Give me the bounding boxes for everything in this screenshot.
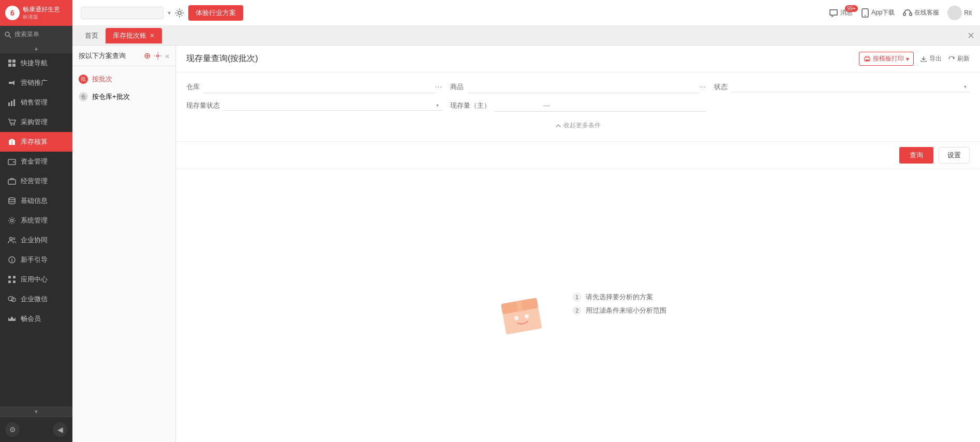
svg-rect-8 [13, 99, 15, 106]
online-service-btn[interactable]: 在线客服 [903, 8, 939, 18]
svg-rect-2 [8, 60, 11, 63]
tab-close-btn[interactable]: ✕ [150, 32, 155, 39]
app-logo: 6 [5, 6, 20, 20]
app-download-btn[interactable]: App下载 [861, 8, 895, 18]
briefcase-icon [7, 176, 17, 186]
query-btn[interactable]: 查询 [899, 147, 933, 164]
wechat-icon [7, 294, 17, 304]
svg-point-32 [157, 55, 159, 57]
scroll-up-btn[interactable]: ▲ [0, 43, 72, 53]
status-dropdown-arrow: ▾ [964, 84, 967, 90]
svg-line-1 [9, 36, 11, 38]
settings-config-btn[interactable]: 设置 [939, 147, 970, 164]
stock-status-dropdown[interactable]: ▾ [224, 100, 442, 111]
footer-settings-btn[interactable]: ⚙ [5, 422, 20, 437]
topbar-settings-icon[interactable] [175, 8, 184, 18]
sidebar-item-sales[interactable]: 销售管理 [0, 93, 72, 112]
sidebar-item-marketing[interactable]: 营销推广 [0, 73, 72, 93]
left-panel-collapse-btn[interactable]: « [165, 52, 169, 60]
scroll-down-btn[interactable]: ▼ [0, 406, 72, 417]
box-icon [7, 137, 17, 146]
sidebar-item-inventory[interactable]: 库存核算 [0, 132, 72, 152]
plan-item-by-batch[interactable]: 批 按批次 [72, 70, 175, 88]
online-service-label: 在线客服 [914, 8, 939, 17]
sidebar-item-business[interactable]: 经营管理 [0, 171, 72, 191]
plan-icon-active: 批 [79, 75, 88, 84]
topbar-right: 消息 99+ App下载 在线客服 Rit [829, 6, 972, 20]
page-header: 现存量查询(按批次) 按模板打印 ▾ [176, 46, 980, 72]
page-title: 现存量查询(按批次) [186, 53, 258, 64]
nav-label: 基础信息 [21, 196, 48, 205]
sidebar-item-newbie[interactable]: 新手引导 [0, 250, 72, 270]
svg-point-10 [13, 124, 15, 126]
sidebar-item-quick-nav[interactable]: 快捷导航 [0, 53, 72, 73]
sidebar-item-apps[interactable]: 应用中心 [0, 270, 72, 289]
sidebar-item-vip[interactable]: 畅会员 [0, 309, 72, 329]
tab-home[interactable]: 首页 [78, 28, 106, 43]
user-menu[interactable]: Rit [947, 6, 972, 20]
plan-label: 按批次 [92, 75, 112, 84]
svg-rect-6 [8, 102, 10, 106]
sidebar-search[interactable]: 搜索菜单 [0, 26, 72, 43]
svg-point-29 [865, 15, 866, 16]
product-more-btn[interactable]: ··· [699, 82, 706, 92]
filter-row-2: 现存量状态 ▾ 现存量（主） — [186, 99, 970, 112]
sidebar-collapse-btn[interactable]: ◀ [53, 422, 67, 437]
messages-btn[interactable]: 消息 99+ [829, 8, 853, 18]
stock-main-to-input[interactable] [554, 101, 596, 109]
export-btn[interactable]: 导出 [920, 54, 942, 63]
filter-area: 仓库 ··· 商品 ··· 状态 ▾ [176, 72, 980, 142]
stock-main-from-input[interactable] [498, 101, 539, 109]
nav-label: 营销推广 [21, 78, 48, 87]
stock-status-label: 现存量状态 [186, 101, 220, 110]
team-icon [7, 235, 17, 245]
plan-item-by-warehouse-batch[interactable]: 仓 按仓库+批次 [72, 88, 175, 106]
sidebar-item-system[interactable]: 系统管理 [0, 211, 72, 230]
topbar-dropdown-arrow[interactable]: ▾ [168, 9, 171, 17]
product-input[interactable] [468, 81, 699, 93]
step-1-num: 1 [572, 292, 582, 302]
phone-icon [861, 8, 869, 18]
sidebar-item-purchase[interactable]: 采购管理 [0, 112, 72, 132]
nav-label: 新手引导 [21, 255, 48, 264]
plan-label: 按仓库+批次 [92, 92, 130, 101]
left-panel-actions: ⊕ « [144, 51, 169, 61]
trial-btn[interactable]: 体验行业方案 [188, 5, 243, 21]
empty-box-svg [489, 275, 552, 337]
app-download-label: App下载 [871, 8, 895, 17]
svg-rect-22 [13, 276, 16, 278]
avatar [947, 6, 962, 20]
content-area: 按以下方案查询 ⊕ « 批 按批次 [72, 46, 980, 442]
sidebar-item-finance[interactable]: 资金管理 [0, 152, 72, 171]
sidebar-item-wechat[interactable]: 企业微信 [0, 289, 72, 309]
nav-label: 企业协同 [21, 235, 48, 245]
collapse-filter-btn[interactable]: 收起更多条件 [186, 118, 970, 133]
svg-rect-34 [866, 60, 869, 61]
print-dropdown[interactable]: ▾ [906, 55, 909, 63]
refresh-btn[interactable]: 刷新 [948, 54, 970, 63]
sidebar-item-enterprise[interactable]: 企业协同 [0, 230, 72, 250]
search-icon [4, 31, 11, 38]
status-dropdown[interactable]: ▾ [732, 82, 970, 92]
sidebar-item-basic[interactable]: 基础信息 [0, 191, 72, 211]
collapse-filter-label: 收起更多条件 [563, 121, 601, 130]
stock-main-label: 现存量（主） [450, 101, 491, 110]
apps-icon [7, 275, 17, 284]
warehouse-more-btn[interactable]: ··· [435, 82, 442, 92]
warehouse-input[interactable] [204, 81, 435, 93]
tab-close-panel-btn[interactable]: ✕ [967, 30, 975, 41]
product-label: 商品 [450, 82, 464, 92]
nav-label: 采购管理 [21, 117, 48, 127]
topbar-search-input[interactable] [81, 7, 164, 19]
print-label: 按模板打印 [873, 54, 904, 63]
action-bar: 查询 设置 [176, 142, 980, 169]
add-plan-btn[interactable]: ⊕ [144, 51, 151, 61]
nav-label: 企业微信 [21, 294, 48, 304]
stock-status-dropdown-arrow: ▾ [436, 102, 439, 108]
plan-settings-btn[interactable] [154, 51, 162, 61]
svg-rect-24 [13, 281, 16, 283]
print-btn[interactable]: 按模板打印 ▾ [859, 52, 914, 66]
nav-label: 库存核算 [21, 137, 48, 146]
search-menu-label: 搜索菜单 [14, 30, 39, 39]
tab-inventory-batch[interactable]: 库存批次账 ✕ [106, 28, 162, 43]
